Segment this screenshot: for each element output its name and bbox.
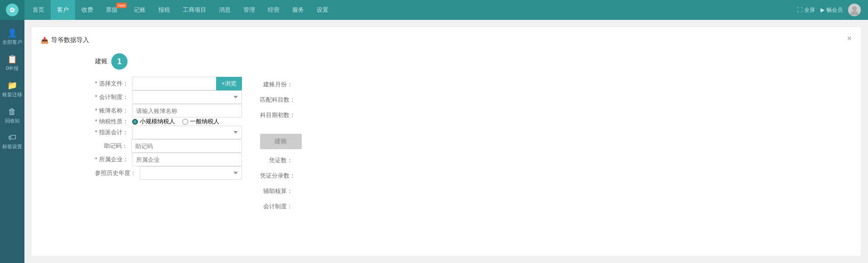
accountant-label: * 指派会计： (95, 128, 132, 136)
file-label: * 选择文件： (95, 80, 132, 88)
accountant-select[interactable] (132, 126, 242, 139)
enterprise-label: * 所属企业： (95, 155, 132, 164)
vip-btn[interactable]: ▶ 畅会员 (821, 6, 843, 14)
card-title: 📥 导爷数据导入 (41, 36, 852, 44)
step-header: 建账 1 (95, 53, 242, 70)
top-navigation: ✿ 首页 客户 收费 票据 new 记账 报税 工商项目 消息 管理 经营 服务… (0, 0, 868, 20)
tax-general-radio[interactable]: 一般纳税人 (182, 117, 219, 126)
nav-customers[interactable]: 客户 (51, 0, 75, 20)
nav-services[interactable]: 服务 (286, 0, 310, 20)
voucher-count-row: 凭证数： (260, 156, 302, 164)
tag-icon: 🏷 (8, 133, 16, 142)
sidebar-item-tag-settings[interactable]: 🏷 标签设置 (0, 129, 24, 153)
ledger-name-row: * 账簿名称： (95, 104, 242, 117)
accounting-system-select[interactable] (132, 90, 242, 104)
form-left: 建账 1 * 选择文件： +浏览 (95, 53, 242, 218)
fullscreen-btn[interactable]: ⛶ 全屏 (797, 6, 815, 14)
tax-type-row: * 纳税性质： 小规模纳税人 一般纳税人 (95, 117, 242, 126)
reference-year-label: 参照历史年度： (95, 169, 140, 177)
file-input[interactable] (132, 77, 216, 90)
nav-fees[interactable]: 收费 (75, 0, 100, 20)
memo-code-label: 助记码： (95, 142, 131, 150)
fullscreen-icon: ⛶ (797, 7, 802, 13)
voucher-entries-label: 凭证分录数： (260, 172, 299, 180)
tax-radio-group: 小规模纳税人 一般纳税人 (132, 117, 219, 126)
jianzhang-button[interactable]: 建账 (260, 134, 302, 149)
import-icon: 📥 (41, 37, 48, 44)
nav-invoices[interactable]: 票据 new (100, 0, 128, 20)
nav-right-area: ⛶ 全屏 ▶ 畅会员 (797, 4, 868, 16)
reference-year-select[interactable] (140, 166, 242, 180)
nav-menu: 首页 客户 收费 票据 new 记账 报税 工商项目 消息 管理 经营 服务 设… (24, 0, 797, 20)
sidebar-item-recycle-bin[interactable]: 🗑 回收站 (0, 103, 24, 127)
file-row: * 选择文件： +浏览 (95, 77, 242, 90)
nav-settings[interactable]: 设置 (310, 0, 335, 20)
right-accounting-system-row: 会计制度： (260, 202, 302, 211)
match-subjects-row: 匹配科目数： (260, 96, 302, 104)
accounting-month-label: 建账月份： (260, 80, 296, 89)
person-icon: 👤 (7, 28, 17, 38)
form-right: 建账月份： 匹配科目数： 科目期初数： 建 (260, 80, 302, 218)
trash-icon: 🗑 (8, 107, 16, 117)
accountant-row: * 指派会计： (95, 126, 242, 139)
auxiliary-label: 辅助核算： (260, 187, 296, 195)
subject-initial-label: 科目期初数： (260, 111, 299, 119)
tax-type-label: * 纳税性质： (95, 117, 132, 126)
ledger-name-input[interactable] (132, 104, 242, 117)
accounting-system-label: * 会计制度： (95, 93, 132, 101)
close-button[interactable]: × (847, 34, 852, 42)
sidebar-item-all-customers[interactable]: 👤 全部客户 (0, 24, 24, 49)
avatar[interactable] (848, 4, 861, 16)
enterprise-row: * 所属企业： (95, 153, 242, 166)
memo-code-input[interactable] (131, 139, 242, 153)
auxiliary-row: 辅助核算： (260, 187, 302, 195)
earp-label: EaRP (2, 253, 15, 258)
nav-business[interactable]: 工商项目 (176, 0, 213, 20)
jianzhang-btn-row: 建账 (260, 127, 302, 149)
form-container: 建账 1 * 选择文件： +浏览 (41, 53, 852, 218)
page-area: 📥 导爷数据导入 × 建账 1 (24, 20, 868, 263)
svg-point-0 (852, 6, 857, 11)
ledger-name-label: * 账簿名称： (95, 107, 132, 115)
nav-tax[interactable]: 报税 (152, 0, 176, 20)
nav-messages[interactable]: 消息 (213, 0, 237, 20)
browse-button[interactable]: +浏览 (216, 77, 242, 90)
nav-manage[interactable]: 管理 (237, 0, 261, 20)
logo[interactable]: ✿ (0, 0, 24, 20)
nav-home[interactable]: 首页 (26, 0, 51, 20)
layout: 👤 全部客户 📋 0申报 📁 账套迁移 🗑 回收站 🏷 标签设置 EaRP 📥 (0, 20, 868, 263)
migration-icon: 📁 (7, 80, 17, 90)
reference-year-row: 参照历史年度： (95, 166, 242, 180)
voucher-entries-row: 凭证分录数： (260, 172, 302, 180)
accounting-system-row: * 会计制度： (95, 90, 242, 104)
sidebar-item-account-migration[interactable]: 📁 账套迁移 (0, 77, 24, 101)
match-subjects-label: 匹配科目数： (260, 96, 299, 104)
subject-initial-row: 科目期初数： (260, 111, 302, 119)
enterprise-input[interactable] (132, 153, 242, 166)
vip-icon: ▶ (821, 7, 825, 13)
logo-icon: ✿ (6, 4, 19, 16)
right-accounting-system-label: 会计制度： (260, 202, 296, 211)
main-content: 📥 导爷数据导入 × 建账 1 (24, 20, 868, 263)
new-badge: new (116, 3, 127, 8)
file-input-group: +浏览 (132, 77, 242, 90)
sidebar: 👤 全部客户 📋 0申报 📁 账套迁移 🗑 回收站 🏷 标签设置 EaRP (0, 20, 24, 263)
sidebar-item-zero-report[interactable]: 📋 0申报 (0, 51, 24, 75)
voucher-count-label: 凭证数： (260, 156, 296, 164)
memo-code-row: 助记码： (95, 139, 242, 153)
nav-bookkeeping[interactable]: 记账 (128, 0, 152, 20)
report-icon: 📋 (7, 54, 17, 64)
card: 📥 导爷数据导入 × 建账 1 (32, 27, 861, 256)
nav-operations[interactable]: 经营 (261, 0, 286, 20)
accounting-month-row: 建账月份： (260, 80, 302, 89)
step-badge: 1 (111, 53, 128, 70)
tax-small-radio[interactable]: 小规模纳税人 (132, 117, 175, 126)
